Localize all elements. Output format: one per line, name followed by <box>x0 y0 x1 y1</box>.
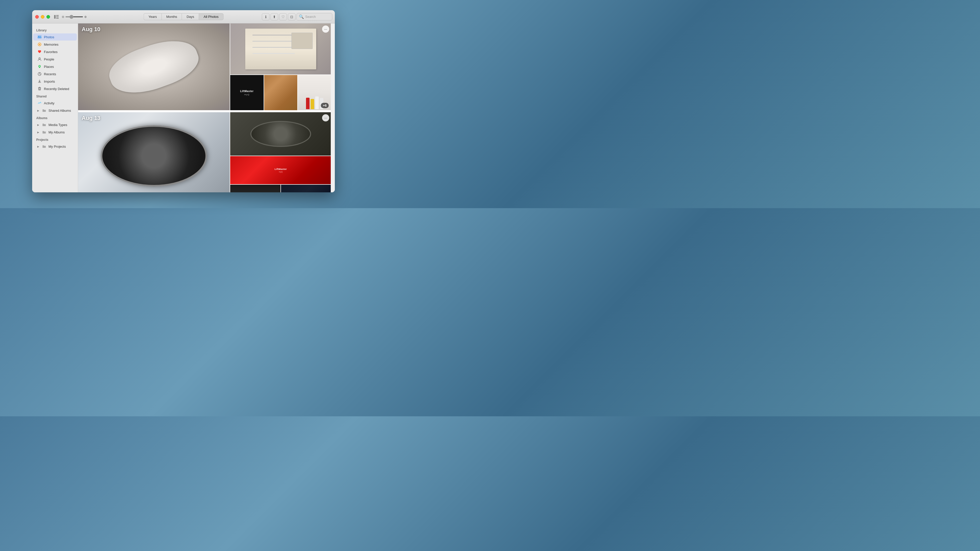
my-albums-folder-icon <box>42 130 46 135</box>
share-button[interactable]: ⬆ <box>270 13 278 21</box>
zoom-out-icon: ⊖ <box>62 15 64 19</box>
albums-section-label: Albums <box>32 114 78 121</box>
sidebar-item-places[interactable]: Places <box>33 63 77 70</box>
svg-point-7 <box>39 58 40 59</box>
sidebar-item-shared-albums[interactable]: ▶ Shared Albums <box>33 107 77 114</box>
my-projects-folder-icon <box>42 144 46 149</box>
recents-icon <box>37 72 42 76</box>
heart-icon: ♡ <box>282 15 285 19</box>
favorites-label: Favorites <box>44 50 57 54</box>
right-panel <box>331 24 335 192</box>
aug10-more-badge: +6 <box>321 103 329 108</box>
library-section-label: Library <box>32 27 78 33</box>
photo-scroll-area[interactable]: Aug 10 ··· <box>78 24 331 192</box>
rotate-icon: ⊡ <box>290 15 293 19</box>
maximize-button[interactable] <box>46 15 50 19</box>
wheel-graphic <box>101 125 207 186</box>
svg-rect-3 <box>56 18 59 19</box>
media-types-expand-arrow: ▶ <box>37 124 39 126</box>
people-icon <box>37 57 42 62</box>
photo-area-container: Aug 10 ··· <box>78 24 335 192</box>
minimize-button[interactable] <box>41 15 45 19</box>
aug13-garage-close-photo[interactable] <box>230 185 280 192</box>
sidebar-item-imports[interactable]: Imports <box>33 78 77 85</box>
titlebar-controls: ⊖ ⊕ <box>53 14 87 19</box>
imports-label: Imports <box>44 79 55 83</box>
places-label: Places <box>44 65 54 68</box>
sidebar-item-memories[interactable]: Memories <box>33 41 77 48</box>
memories-label: Memories <box>44 43 59 46</box>
favorites-icon <box>37 49 42 54</box>
photos-label: Photos <box>44 35 54 39</box>
sidebar-toggle-button[interactable] <box>53 14 60 19</box>
shared-albums-label: Shared Albums <box>48 109 71 113</box>
sidebar-item-my-albums[interactable]: ▶ My Albums <box>33 129 77 136</box>
aug10-main-photo[interactable]: Aug 10 <box>78 24 230 110</box>
activity-icon <box>37 101 42 105</box>
shared-section-label: Shared <box>32 93 78 99</box>
tab-months[interactable]: Months <box>161 13 182 20</box>
aug13-dark-photo[interactable] <box>281 185 331 192</box>
aug10-top-right-photo[interactable]: ··· <box>230 24 331 75</box>
tab-years[interactable]: Years <box>144 13 162 20</box>
aug10-brown-photo[interactable] <box>264 75 298 110</box>
tab-all-photos[interactable]: All Photos <box>199 13 224 20</box>
aug13-top-right-photo[interactable]: ··· <box>230 112 331 156</box>
search-input[interactable] <box>305 15 330 19</box>
aug10-photo-grid: Aug 10 ··· <box>78 24 331 110</box>
main-content: Library Photos M <box>32 24 335 192</box>
aug13-bottom-row <box>230 185 331 192</box>
aug13-liftmaster-red-photo[interactable]: LiftMaster myQ <box>230 156 331 184</box>
memories-icon <box>37 42 42 47</box>
zoom-range-input[interactable] <box>65 16 83 17</box>
sidebar-item-activity[interactable]: Activity <box>33 100 77 106</box>
traffic-lights <box>35 15 50 19</box>
zoom-in-icon: ⊕ <box>84 15 87 19</box>
recently-deleted-label: Recently Deleted <box>44 87 69 91</box>
shared-albums-folder-icon <box>42 108 46 113</box>
svg-rect-2 <box>56 16 59 17</box>
my-projects-expand-arrow: ▶ <box>37 145 39 148</box>
share-icon: ⬆ <box>273 15 276 19</box>
projects-section-label: Projects <box>32 136 78 143</box>
imports-icon <box>37 79 42 84</box>
aug10-date-label: Aug 10 <box>82 26 100 33</box>
trash-icon <box>37 86 42 91</box>
view-tabs: Years Months Days All Photos <box>144 13 224 20</box>
aug10-cleaning-photo[interactable]: +6 <box>298 75 331 110</box>
sidebar-item-recently-deleted[interactable]: Recently Deleted <box>33 85 77 92</box>
search-icon: 🔍 <box>299 14 304 19</box>
info-button[interactable] <box>262 13 269 21</box>
sidebar-item-photos[interactable]: Photos <box>33 33 77 41</box>
tab-days[interactable]: Days <box>182 13 199 20</box>
aug10-bottom-row: LiftMaster myQ <box>230 75 331 110</box>
rotate-button[interactable]: ⊡ <box>288 13 296 21</box>
places-icon <box>37 64 42 69</box>
aug13-date-label: Aug 13 <box>82 115 100 121</box>
zoom-slider[interactable]: ⊖ ⊕ <box>62 15 87 19</box>
svg-rect-0 <box>54 15 56 19</box>
search-bar[interactable]: 🔍 <box>297 13 332 21</box>
my-albums-expand-arrow: ▶ <box>37 131 39 134</box>
titlebar: ⊖ ⊕ Years Months Days All Photos ⬆ ♡ ⊡ <box>32 10 335 24</box>
favorites-button[interactable]: ♡ <box>279 13 287 21</box>
sidebar-item-recents[interactable]: Recents <box>33 70 77 78</box>
photos-icon <box>37 35 42 39</box>
sidebar-item-my-projects[interactable]: ▶ My Projects <box>33 143 77 150</box>
activity-label: Activity <box>44 101 54 105</box>
main-window: ⊖ ⊕ Years Months Days All Photos ⬆ ♡ ⊡ <box>32 10 335 192</box>
media-types-label: Media Types <box>48 123 67 127</box>
sidebar-item-favorites[interactable]: Favorites <box>33 48 77 56</box>
sidebar-item-media-types[interactable]: ▶ Media Types <box>33 121 77 128</box>
sidebar-item-people[interactable]: People <box>33 56 77 63</box>
day-section-aug13: Aug 13 ··· <box>78 112 331 192</box>
aug10-more-button[interactable]: ··· <box>322 25 329 33</box>
my-albums-label: My Albums <box>48 130 65 134</box>
aug13-main-photo[interactable]: Aug 13 <box>78 112 230 192</box>
sidebar: Library Photos M <box>32 24 78 192</box>
my-projects-label: My Projects <box>48 144 66 148</box>
day-section-aug10: Aug 10 ··· <box>78 24 331 110</box>
aug10-liftmaster-photo[interactable]: LiftMaster myQ <box>230 75 264 110</box>
close-button[interactable] <box>35 15 39 19</box>
aug13-more-button[interactable]: ··· <box>322 114 329 121</box>
